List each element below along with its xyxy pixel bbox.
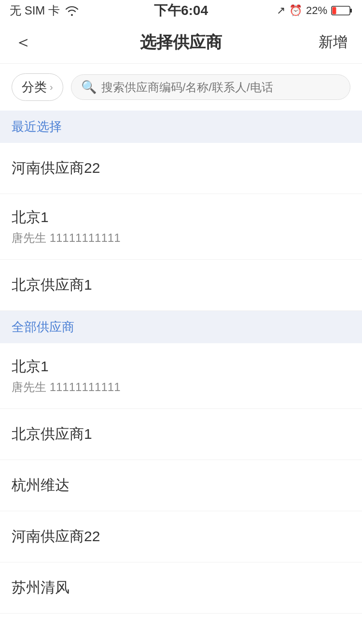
search-box[interactable]: 🔍 [71, 74, 350, 100]
list-item[interactable]: 河南供应商22 [0, 143, 362, 194]
item-name: 杭州维达 [12, 476, 350, 495]
search-icon: 🔍 [81, 80, 97, 95]
nav-bar: ＜ 选择供应商 新增 [0, 21, 362, 64]
category-label: 分类 [22, 79, 47, 96]
item-name: 河南供应商22 [12, 158, 350, 178]
list-item[interactable]: 北京1唐先生 11111111111 [0, 194, 362, 260]
chevron-right-icon: › [50, 82, 53, 93]
item-name: 河南供应商22 [12, 527, 350, 546]
all-list: 北京1唐先生 11111111111北京供应商1杭州维达河南供应商22苏州清风 [0, 343, 362, 614]
filter-bar: 分类 › 🔍 [0, 64, 362, 111]
status-time: 下午6:04 [154, 1, 208, 20]
battery-text: 22% [306, 4, 327, 17]
svg-rect-2 [333, 7, 336, 14]
item-sub: 唐先生 11111111111 [12, 230, 350, 246]
battery-icon [331, 5, 352, 16]
recent-section-label: 最近选择 [12, 119, 62, 134]
item-name: 苏州清风 [12, 578, 350, 598]
wifi-icon [65, 5, 79, 16]
alarm-icon: ⏰ [289, 4, 302, 17]
all-section-label: 全部供应商 [12, 320, 74, 334]
item-name: 北京1 [12, 357, 350, 377]
status-bar: 无 SIM 卡 下午6:04 ↗ ⏰ 22% [0, 0, 362, 21]
list-item[interactable]: 北京1唐先生 11111111111 [0, 343, 362, 409]
list-item[interactable]: 杭州维达 [0, 460, 362, 511]
carrier-text: 无 SIM 卡 [10, 3, 60, 18]
status-right: ↗ ⏰ 22% [277, 4, 352, 17]
page-title: 选择供应商 [140, 31, 222, 54]
recent-list: 河南供应商22北京1唐先生 11111111111北京供应商1 [0, 143, 362, 311]
item-name: 北京1 [12, 208, 350, 227]
item-sub: 唐先生 11111111111 [12, 379, 350, 395]
search-input[interactable] [101, 81, 340, 94]
category-filter[interactable]: 分类 › [12, 73, 63, 101]
list-item[interactable]: 北京供应商1 [0, 409, 362, 460]
status-left: 无 SIM 卡 [10, 3, 79, 18]
item-name: 北京供应商1 [12, 275, 350, 295]
back-button[interactable]: ＜ [14, 30, 43, 54]
item-name: 北京供应商1 [12, 424, 350, 444]
list-item[interactable]: 北京供应商1 [0, 260, 362, 311]
list-item[interactable]: 河南供应商22 [0, 511, 362, 562]
add-button[interactable]: 新增 [319, 32, 348, 52]
all-section-header: 全部供应商 [0, 311, 362, 343]
recent-section-header: 最近选择 [0, 111, 362, 143]
list-item[interactable]: 苏州清风 [0, 562, 362, 614]
location-icon: ↗ [277, 4, 285, 17]
svg-rect-1 [350, 9, 352, 13]
